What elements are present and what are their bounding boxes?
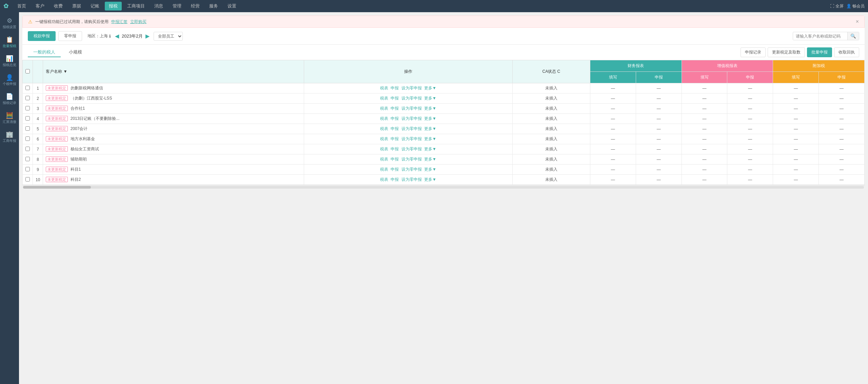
next-month-button[interactable]: ▶ bbox=[144, 33, 151, 39]
scrollbar-thumb[interactable] bbox=[23, 186, 91, 189]
row-client-name: 未更新税定 杨仙女工资商试 bbox=[43, 144, 304, 154]
sidebar-item-annual-report[interactable]: 🏢 工商年报 bbox=[0, 127, 19, 146]
op-more[interactable]: 更多▼ bbox=[424, 116, 436, 121]
op-tax-form[interactable]: 税表 bbox=[380, 96, 388, 101]
op-more[interactable]: 更多▼ bbox=[424, 147, 436, 151]
nav-operation[interactable]: 经营 bbox=[187, 2, 204, 10]
sidebar-item-batch-tax[interactable]: 📋 批量报税 bbox=[0, 33, 19, 51]
banner-link-declaration[interactable]: 申报汇签 bbox=[111, 19, 127, 25]
op-tax-form[interactable]: 税表 bbox=[380, 177, 388, 182]
th-tax-fill: 填写 bbox=[682, 72, 727, 83]
sidebar-item-personal-tax[interactable]: 👤 个税申报 bbox=[0, 70, 19, 89]
member-btn[interactable]: 👤 畅会员 bbox=[846, 3, 865, 9]
op-tax-form[interactable]: 税表 bbox=[380, 147, 388, 151]
sidebar-item-settlement[interactable]: 🧮 汇算清缴 bbox=[0, 108, 19, 127]
staff-select[interactable]: 全部员工 bbox=[154, 32, 183, 41]
row-ca-status: 未插入 bbox=[512, 165, 590, 175]
row-checkbox-4[interactable] bbox=[25, 126, 30, 131]
declaration-record-button[interactable]: 申报记录 bbox=[741, 47, 766, 57]
sub-tab-small[interactable]: 小规模 bbox=[63, 48, 87, 57]
op-tax-form[interactable]: 税表 bbox=[380, 157, 388, 162]
row-checkbox-5[interactable] bbox=[25, 136, 30, 141]
row-checkbox-cell bbox=[23, 83, 33, 93]
op-zero-declare[interactable]: 设为零申报 bbox=[401, 126, 422, 131]
batch-declaration-button[interactable]: 批量申报 bbox=[807, 47, 832, 57]
row-ca-status: 未插入 bbox=[512, 134, 590, 144]
op-declare[interactable]: 申报 bbox=[391, 116, 399, 121]
op-zero-declare[interactable]: 设为零申报 bbox=[401, 106, 422, 111]
op-declare[interactable]: 申报 bbox=[391, 126, 399, 131]
client-name-text: 2013日记账（不要删除验... bbox=[71, 116, 120, 121]
op-declare[interactable]: 申报 bbox=[391, 106, 399, 111]
row-checkbox-9[interactable] bbox=[25, 177, 30, 182]
search-input[interactable] bbox=[793, 33, 847, 40]
update-tax-button[interactable]: 更新税定及取数 bbox=[768, 47, 805, 57]
row-checkbox-6[interactable] bbox=[25, 147, 30, 151]
op-declare[interactable]: 申报 bbox=[391, 157, 399, 162]
op-tax-form[interactable]: 税表 bbox=[380, 86, 388, 90]
op-declare[interactable]: 申报 bbox=[391, 96, 399, 101]
op-zero-declare[interactable]: 设为零申报 bbox=[401, 177, 422, 182]
nav-service[interactable]: 服务 bbox=[205, 2, 222, 10]
collect-receipt-button[interactable]: 收取回执 bbox=[834, 47, 859, 57]
sidebar-item-tax-overview[interactable]: 📊 报税总览 bbox=[0, 51, 19, 70]
row-checkbox-3[interactable] bbox=[25, 116, 30, 121]
nav-tax[interactable]: 报税 bbox=[105, 2, 122, 10]
op-more[interactable]: 更多▼ bbox=[424, 167, 436, 172]
op-tax-form[interactable]: 税表 bbox=[380, 116, 388, 121]
fullscreen-btn[interactable]: ⛶ 全屏 bbox=[830, 3, 843, 9]
op-zero-declare[interactable]: 设为零申报 bbox=[401, 157, 422, 162]
op-more[interactable]: 更多▼ bbox=[424, 96, 436, 101]
nav-client[interactable]: 客户 bbox=[32, 2, 48, 10]
op-more[interactable]: 更多▼ bbox=[424, 106, 436, 111]
horizontal-scrollbar[interactable] bbox=[22, 185, 865, 189]
op-tax-form[interactable]: 税表 bbox=[380, 106, 388, 111]
row-checkbox-2[interactable] bbox=[25, 106, 30, 110]
op-zero-declare[interactable]: 设为零申报 bbox=[401, 136, 422, 141]
op-more[interactable]: 更多▼ bbox=[424, 86, 436, 90]
op-zero-declare[interactable]: 设为零申报 bbox=[401, 147, 422, 151]
nav-invoice[interactable]: 票据 bbox=[68, 2, 85, 10]
op-declare[interactable]: 申报 bbox=[391, 147, 399, 151]
sub-tab-general[interactable]: 一般的税人 bbox=[28, 48, 61, 57]
op-tax-form[interactable]: 税表 bbox=[380, 126, 388, 131]
tab-zero-declaration[interactable]: 零申报 bbox=[58, 31, 82, 41]
tab-tax-declaration[interactable]: 税款申报 bbox=[28, 31, 56, 41]
op-declare[interactable]: 申报 bbox=[391, 177, 399, 182]
op-declare[interactable]: 申报 bbox=[391, 167, 399, 172]
nav-fee[interactable]: 收费 bbox=[50, 2, 67, 10]
op-more[interactable]: 更多▼ bbox=[424, 126, 436, 131]
op-zero-declare[interactable]: 设为零申报 bbox=[401, 86, 422, 90]
op-declare[interactable]: 申报 bbox=[391, 136, 399, 141]
op-zero-declare[interactable]: 设为零申报 bbox=[401, 116, 422, 121]
th-finance-report: 申报 bbox=[636, 72, 682, 83]
nav-account[interactable]: 记账 bbox=[86, 2, 103, 10]
row-checkbox-cell bbox=[23, 124, 33, 134]
op-more[interactable]: 更多▼ bbox=[424, 177, 436, 182]
op-tax-form[interactable]: 税表 bbox=[380, 167, 388, 172]
nav-business[interactable]: 工商项目 bbox=[123, 2, 149, 10]
row-checkbox-0[interactable] bbox=[25, 86, 30, 90]
row-checkbox-1[interactable] bbox=[25, 96, 30, 100]
op-zero-declare[interactable]: 设为零申报 bbox=[401, 167, 422, 172]
prev-month-button[interactable]: ◀ bbox=[114, 33, 120, 39]
row-extra-fill: — bbox=[773, 124, 819, 134]
nav-settings[interactable]: 设置 bbox=[223, 2, 240, 10]
row-checkbox-7[interactable] bbox=[25, 157, 30, 161]
row-num: 10 bbox=[33, 175, 43, 185]
nav-home[interactable]: 首页 bbox=[13, 2, 30, 10]
sidebar-item-tax-settings[interactable]: ⚙ 报税设置 bbox=[0, 14, 19, 33]
nav-message[interactable]: 消息 bbox=[150, 2, 167, 10]
op-more[interactable]: 更多▼ bbox=[424, 157, 436, 162]
banner-close-button[interactable]: × bbox=[856, 19, 859, 25]
row-checkbox-8[interactable] bbox=[25, 167, 30, 171]
search-button[interactable]: 🔍 bbox=[847, 32, 859, 40]
nav-manage[interactable]: 管理 bbox=[169, 2, 185, 10]
op-declare[interactable]: 申报 bbox=[391, 86, 399, 90]
sidebar-item-tax-record[interactable]: 📄 报税记录 bbox=[0, 89, 19, 108]
op-zero-declare[interactable]: 设为零申报 bbox=[401, 96, 422, 101]
op-tax-form[interactable]: 税表 bbox=[380, 136, 388, 141]
select-all-checkbox[interactable] bbox=[25, 69, 30, 73]
op-more[interactable]: 更多▼ bbox=[424, 136, 436, 141]
banner-link-buy[interactable]: 立即购买 bbox=[130, 19, 146, 25]
